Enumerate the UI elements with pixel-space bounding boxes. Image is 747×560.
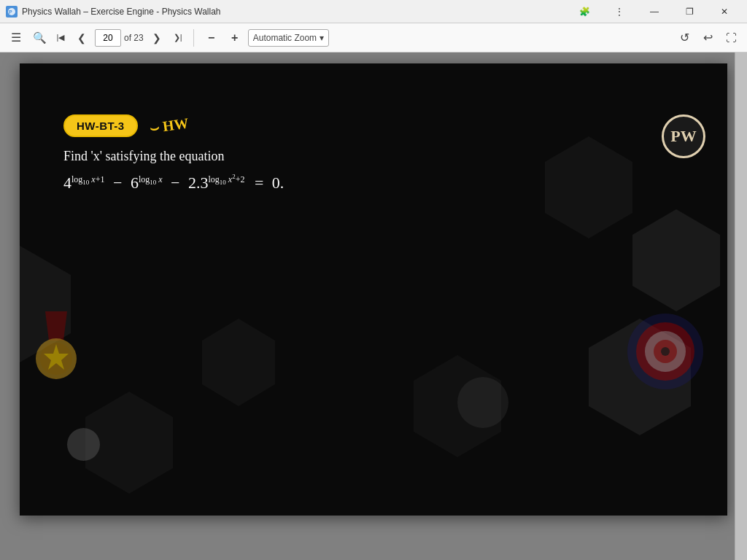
find-again-button[interactable]: ↺ (674, 28, 694, 48)
hw-annotation: ⌣ HW (148, 114, 189, 136)
problem-text: Find 'x' satisfying the equation (63, 149, 684, 164)
minimize-button[interactable]: — (638, 0, 671, 23)
toolbar: ☰ 🔍 |◀ ❮ of 23 ❯ ❯| − + Automatic Zoom ▾… (0, 23, 747, 52)
fullscreen-button[interactable]: ⛶ (721, 28, 741, 48)
badge-row: HW-BT-3 ⌣ HW (63, 114, 684, 137)
viewer-area: PW HW-BT-3 ⌣ HW Find 'x' satisfying the … (0, 52, 747, 560)
search-button[interactable]: 🔍 (29, 28, 50, 48)
zoom-out-button[interactable]: − (201, 28, 222, 48)
page-count: of 23 (124, 33, 144, 43)
zoom-in-button[interactable]: + (225, 28, 245, 48)
close-button[interactable]: ✕ (708, 0, 741, 23)
title-bar: P Physics Wallah – Exercise Engine - Phy… (0, 0, 747, 23)
next-page-button[interactable]: ❯ (147, 28, 167, 48)
last-page-button[interactable]: ❯| (170, 28, 186, 48)
prev-page-button[interactable]: ❮ (71, 28, 92, 48)
pdf-page: PW HW-BT-3 ⌣ HW Find 'x' satisfying the … (20, 63, 727, 516)
extensions-button[interactable]: 🧩 (568, 0, 601, 23)
zoom-separator (193, 29, 194, 47)
zoom-controls: − + Automatic Zoom ▾ (201, 28, 329, 48)
svg-marker-2 (632, 209, 720, 311)
svg-marker-8 (202, 319, 275, 406)
equation: 4log10 x+1 − 6log10 x − 2.3log10 x2+2 = … (63, 173, 684, 192)
circle-decoration-2 (457, 377, 508, 428)
toolbar-right: ↺ ↩ ⛶ (674, 28, 741, 48)
svg-marker-9 (45, 311, 67, 341)
window-title: Physics Wallah – Exercise Engine - Physi… (22, 7, 221, 17)
page-content: HW-BT-3 ⌣ HW Find 'x' satisfying the equ… (63, 114, 684, 192)
zoom-chevron-icon: ▾ (320, 33, 324, 43)
zoom-select[interactable]: Automatic Zoom ▾ (248, 29, 329, 47)
circle-decoration (67, 428, 100, 461)
maximize-button[interactable]: ❐ (673, 0, 706, 23)
menu-button[interactable]: ⋮ (603, 0, 636, 23)
zoom-label: Automatic Zoom (253, 33, 317, 43)
hw-badge: HW-BT-3 (63, 114, 138, 137)
bullseye-decoration (625, 311, 705, 392)
svg-text:P: P (9, 9, 12, 15)
medal-decoration (27, 311, 85, 384)
title-bar-left: P Physics Wallah – Exercise Engine - Phy… (6, 6, 221, 18)
svg-point-17 (661, 347, 670, 356)
find-prev-button[interactable]: ↩ (697, 28, 718, 48)
page-number-input[interactable] (95, 29, 121, 47)
window-controls: 🧩 ⋮ — ❐ ✕ (568, 0, 741, 23)
first-page-button[interactable]: |◀ (53, 28, 69, 48)
app-icon: P (6, 6, 18, 18)
sidebar-toggle-button[interactable]: ☰ (6, 28, 26, 48)
